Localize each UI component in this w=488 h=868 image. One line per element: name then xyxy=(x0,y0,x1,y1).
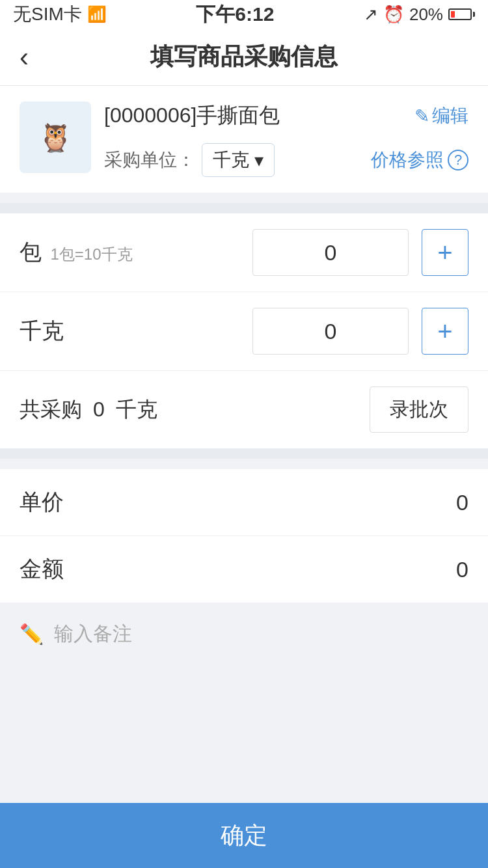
alarm-icon: ⏰ xyxy=(383,5,404,25)
edit-icon: ✎ xyxy=(414,105,429,127)
package-label: 包 1包=10千克 xyxy=(20,237,133,267)
unit-price-label: 单价 xyxy=(20,487,64,517)
summary-text: 共采购 0 千克 xyxy=(20,396,157,424)
amount-label: 金额 xyxy=(20,554,64,584)
wifi-icon: 📶 xyxy=(87,5,107,23)
product-image: 🦉 xyxy=(20,102,91,173)
kg-plus-button[interactable]: + xyxy=(422,308,468,355)
status-right: ↗ ⏰ 20% xyxy=(364,5,475,25)
edit-button[interactable]: ✎ 编辑 xyxy=(414,103,468,128)
product-name: [0000006]手撕面包 xyxy=(104,102,280,130)
section-divider-1 xyxy=(0,203,488,213)
product-info: [0000006]手撕面包 ✎ 编辑 采购单位： 千克 ▾ 价格参照 ? xyxy=(104,102,468,177)
back-button[interactable]: ‹ xyxy=(20,44,29,71)
package-input-row: 包 1包=10千克 0 + xyxy=(0,213,488,292)
edit-label: 编辑 xyxy=(432,103,468,128)
package-quantity-value: 0 xyxy=(325,240,337,265)
package-sub-label: 1包=10千克 xyxy=(50,245,132,263)
price-ref-button[interactable]: 价格参照 ? xyxy=(371,148,468,172)
confirm-button[interactable]: 确定 xyxy=(0,803,488,868)
amount-row: 金额 0 xyxy=(0,536,488,603)
status-left: 无SIM卡 📶 xyxy=(13,2,107,27)
dropdown-icon: ▾ xyxy=(254,150,264,171)
product-card: 🦉 [0000006]手撕面包 ✎ 编辑 采购单位： 千克 ▾ 价格参照 ? xyxy=(0,86,488,193)
unit-price-row: 单价 0 xyxy=(0,469,488,536)
package-quantity-input[interactable]: 0 xyxy=(252,229,409,276)
package-plus-button[interactable]: + xyxy=(422,229,468,276)
kg-input-row: 千克 0 + xyxy=(0,292,488,371)
unit-label: 采购单位： xyxy=(104,148,195,172)
carrier-label: 无SIM卡 xyxy=(13,2,82,27)
notes-section[interactable]: ✏️ 输入备注 xyxy=(0,603,488,666)
kg-quantity-input[interactable]: 0 xyxy=(252,308,409,355)
amount-value: 0 xyxy=(456,557,468,582)
pencil-icon: ✏️ xyxy=(20,623,44,645)
batch-button[interactable]: 录批次 xyxy=(370,387,468,433)
nav-bar: ‹ 填写商品采购信息 xyxy=(0,29,488,86)
location-icon: ↗ xyxy=(364,5,378,25)
time-label: 下午6:12 xyxy=(196,1,274,28)
summary-unit: 千克 xyxy=(116,398,157,421)
product-name-row: [0000006]手撕面包 ✎ 编辑 xyxy=(104,102,468,130)
summary-prefix: 共采购 xyxy=(20,398,82,421)
status-bar: 无SIM卡 📶 下午6:12 ↗ ⏰ 20% xyxy=(0,0,488,29)
kg-label: 千克 xyxy=(20,316,98,346)
unit-price-value: 0 xyxy=(456,490,468,515)
product-unit-row: 采购单位： 千克 ▾ 价格参照 ? xyxy=(104,143,468,177)
battery-icon xyxy=(448,8,475,20)
section-divider-2 xyxy=(0,448,488,459)
kg-quantity-value: 0 xyxy=(325,319,337,344)
unit-select[interactable]: 千克 ▾ xyxy=(202,143,275,177)
page-title: 填写商品采购信息 xyxy=(150,41,338,73)
summary-row: 共采购 0 千克 录批次 xyxy=(0,371,488,448)
unit-value: 千克 xyxy=(213,148,249,172)
package-input-section: 包 1包=10千克 0 + 千克 0 + xyxy=(0,213,488,371)
info-icon: ? xyxy=(448,150,468,170)
summary-amount: 0 xyxy=(93,398,105,421)
price-section: 单价 0 金额 0 xyxy=(0,469,488,603)
battery-percent: 20% xyxy=(409,5,443,25)
notes-placeholder: 输入备注 xyxy=(54,621,132,647)
price-ref-label: 价格参照 xyxy=(371,148,444,172)
product-logo-icon: 🦉 xyxy=(38,122,72,154)
